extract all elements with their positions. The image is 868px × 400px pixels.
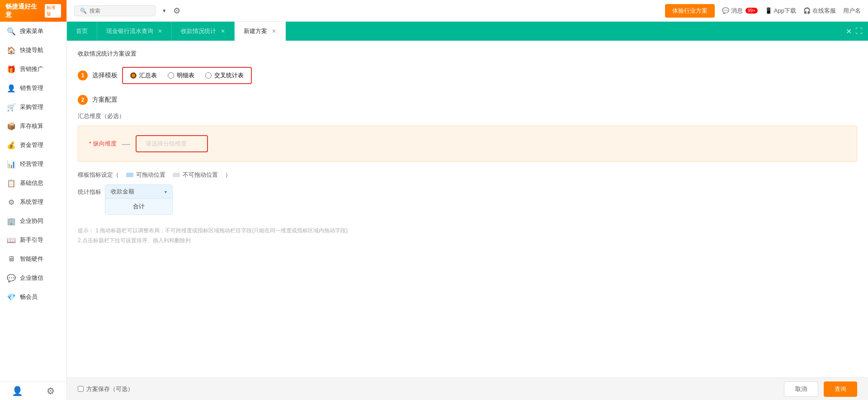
sidebar-bottom-icon1[interactable]: 👤 xyxy=(12,386,23,396)
operations-icon: 📊 xyxy=(7,160,15,168)
app-download-label: App下载 xyxy=(774,7,796,15)
radio-cross[interactable]: 交叉统计表 xyxy=(205,71,244,80)
logo-badge: 标准版 xyxy=(45,4,61,18)
arrow-icon: — xyxy=(122,139,130,149)
section2-title: 方案配置 xyxy=(92,96,118,104)
headset-icon: 🎧 xyxy=(803,7,811,14)
dimension-select[interactable]: 请选择分组维度 xyxy=(136,135,208,152)
inventory-icon: 📦 xyxy=(7,122,15,130)
sidebar-item-corp-collab[interactable]: 🏢企业协同 xyxy=(0,212,66,231)
close-window-icon[interactable]: ✕ xyxy=(846,27,852,36)
metrics-col-label: 统计指标 xyxy=(78,184,101,215)
logo-text: 畅捷通好生意 xyxy=(5,3,41,19)
tip-1: 提示： 1.拖动标题栏可以调整布局，不可跨维度或指标区域拖动栏目字段(只能在同一… xyxy=(78,226,857,235)
sidebar-item-marketing[interactable]: 🎁营销推广 xyxy=(0,60,66,79)
corp-collab-icon: 🏢 xyxy=(7,217,15,225)
user-action[interactable]: 用户名 xyxy=(843,7,861,15)
sales-icon: 👤 xyxy=(7,84,15,92)
sidebar-item-member[interactable]: 💎畅会员 xyxy=(0,287,66,306)
maximize-icon[interactable]: ⛶ xyxy=(855,27,863,35)
finance-label: 资金管理 xyxy=(20,141,43,149)
radio-detail-input[interactable] xyxy=(168,72,174,79)
metrics-header: 模板指标设定（ 可拖动位置 不可拖动位置 ） xyxy=(78,171,857,179)
operations-label: 经营管理 xyxy=(20,160,43,168)
cancel-button[interactable]: 取消 xyxy=(784,381,818,397)
sidebar-item-guide[interactable]: 📖新手引导 xyxy=(0,231,66,249)
sidebar-item-sales[interactable]: 👤销售管理 xyxy=(0,79,66,98)
query-button[interactable]: 查询 xyxy=(824,381,857,397)
sidebar-item-finance[interactable]: 💰资金管理 xyxy=(0,136,66,155)
metrics-dropdown-icon[interactable]: ▾ xyxy=(165,189,167,194)
sidebar-item-quick-nav[interactable]: 🏠快捷导航 xyxy=(0,41,66,60)
radio-summary[interactable]: 汇总表 xyxy=(130,71,157,80)
guide-label: 新手引导 xyxy=(20,236,43,244)
metrics-table-cell: 合计 xyxy=(105,199,172,214)
sidebar-item-search-menu[interactable]: 🔍搜索菜单 xyxy=(0,22,66,41)
app-download-action[interactable]: 📱 App下载 xyxy=(765,7,796,15)
search-input[interactable] xyxy=(90,8,144,14)
guide-icon: 📖 xyxy=(7,236,15,244)
tab-cash-bank[interactable]: 现金银行流水查询✕ xyxy=(97,22,172,41)
sidebar-item-basic-info[interactable]: 📋基础信息 xyxy=(0,174,66,193)
tab-close-cash-bank[interactable]: ✕ xyxy=(158,28,162,34)
purchase-label: 采购管理 xyxy=(20,103,43,111)
tab-label-cash-bank: 现金银行流水查询 xyxy=(106,27,153,35)
section2-number: 2 xyxy=(78,95,88,105)
tip-2: 2.点击标题栏下拉可设置排序、插入列和删除列 xyxy=(78,235,857,245)
footer-btns: 取消 查询 xyxy=(784,381,857,397)
radio-summary-input[interactable] xyxy=(130,72,137,79)
message-action[interactable]: 💬 消息 99+ xyxy=(722,7,758,15)
industry-btn[interactable]: 体验行业方案 xyxy=(665,4,715,18)
radio-cross-input[interactable] xyxy=(205,72,212,79)
message-icon: 💬 xyxy=(722,7,729,14)
marketing-icon: 🎁 xyxy=(7,65,15,73)
save-checkbox[interactable] xyxy=(78,386,84,392)
save-checkbox-label[interactable]: 方案保存（可选） xyxy=(78,385,133,393)
tab-close-new-plan[interactable]: ✕ xyxy=(272,28,276,34)
sidebar-item-system[interactable]: ⚙系统管理 xyxy=(0,193,66,212)
metrics-table: 收款金额 ▾ 合计 xyxy=(105,184,173,215)
metrics-col-header: 收款金额 xyxy=(111,188,134,196)
system-label: 系统管理 xyxy=(20,198,43,206)
template-radio-group: 汇总表 明细表 交叉统计表 xyxy=(122,67,252,84)
legend-draggable: 可拖动位置 xyxy=(126,171,165,179)
tab-label-collection-stats: 收款情况统计 xyxy=(181,27,216,35)
tab-close-collection-stats[interactable]: ✕ xyxy=(221,28,225,34)
gear-icon[interactable]: ⚙ xyxy=(173,6,180,16)
topbar-actions: 体验行业方案 💬 消息 99+ 📱 App下载 🎧 在线客服 用户名 xyxy=(665,4,861,18)
sidebar-item-operations[interactable]: 📊经营管理 xyxy=(0,155,66,174)
metrics-table-header[interactable]: 收款金额 ▾ xyxy=(105,185,172,199)
main-area: 🔍 ▾ ⚙ 体验行业方案 💬 消息 99+ 📱 App下载 🎧 在线客服 用户名 xyxy=(67,0,868,400)
smart-hw-icon: 🖥 xyxy=(7,255,15,263)
sidebar-item-purchase[interactable]: 🛒采购管理 xyxy=(0,98,66,117)
sidebar: 畅捷通好生意 标准版 🔍搜索菜单🏠快捷导航🎁营销推广👤销售管理🛒采购管理📦库存核… xyxy=(0,0,67,400)
tab-label-new-plan: 新建方案 xyxy=(244,27,267,35)
search-icon: 🔍 xyxy=(80,8,87,14)
section-config: 2 方案配置 汇总维度（必选） * 纵向维度 — 请选择分组维度 xyxy=(78,95,857,245)
sidebar-bottom-icon2[interactable]: ⚙ xyxy=(47,386,55,396)
tab-new-plan[interactable]: 新建方案✕ xyxy=(235,22,286,41)
legend-gray-box xyxy=(173,173,180,177)
sidebar-item-corp-wechat[interactable]: 💬企业微信 xyxy=(0,268,66,287)
metrics-label: 模板指标设定（ xyxy=(78,171,119,179)
tab-home[interactable]: 首页 xyxy=(67,22,97,41)
radio-detail[interactable]: 明细表 xyxy=(168,71,194,80)
sidebar-item-inventory[interactable]: 📦库存核算 xyxy=(0,117,66,136)
basic-info-icon: 📋 xyxy=(7,179,15,187)
dimension-placeholder: 请选择分组维度 xyxy=(146,140,187,148)
sidebar-bottom: 👤 ⚙ xyxy=(0,381,66,400)
system-icon: ⚙ xyxy=(7,198,15,206)
online-service-action[interactable]: 🎧 在线客服 xyxy=(803,7,836,15)
radio-summary-label: 汇总表 xyxy=(139,71,157,80)
topbar-chevron-icon[interactable]: ▾ xyxy=(163,7,166,14)
section1-number: 1 xyxy=(78,71,88,80)
vertical-dim-label: * 纵向维度 xyxy=(89,140,117,148)
tips: 提示： 1.拖动标题栏可以调整布局，不可跨维度或指标区域拖动栏目字段(只能在同一… xyxy=(78,226,857,245)
tab-collection-stats[interactable]: 收款情况统计✕ xyxy=(172,22,235,41)
basic-info-label: 基础信息 xyxy=(20,179,43,187)
sidebar-item-smart-hw[interactable]: 🖥智能硬件 xyxy=(0,249,66,268)
marketing-label: 营销推广 xyxy=(20,65,43,73)
user-label: 用户名 xyxy=(843,7,861,15)
save-label: 方案保存（可选） xyxy=(86,385,133,393)
dimension-area: * 纵向维度 — 请选择分组维度 xyxy=(78,126,857,162)
